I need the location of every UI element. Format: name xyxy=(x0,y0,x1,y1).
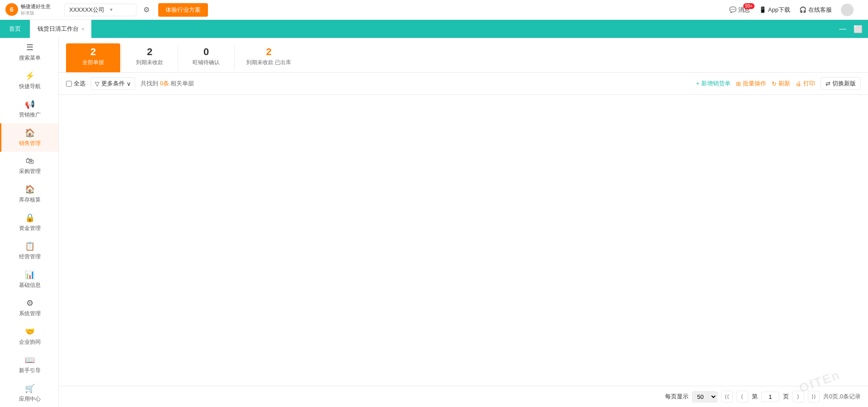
trial-button[interactable]: 体验行业方案 xyxy=(158,3,208,17)
page-label2: 页 xyxy=(783,393,789,401)
system-label: 系统管理 xyxy=(19,310,41,318)
prev-page-button[interactable]: ⟨ xyxy=(736,391,748,402)
sales-label: 销售管理 xyxy=(19,140,41,147)
page-input[interactable]: 1 xyxy=(761,392,779,402)
system-icon: ⚙ xyxy=(26,298,33,308)
minimize-button[interactable]: — xyxy=(837,23,848,35)
refresh-button[interactable]: ↻ 刷新 xyxy=(772,80,790,88)
operations-icon: 📋 xyxy=(25,241,35,251)
sidebar-item-system[interactable]: ⚙ 系统管理 xyxy=(0,294,58,322)
settings-button[interactable]: ⚙ xyxy=(140,4,153,16)
message-badge: 99+ xyxy=(743,3,755,9)
phone-icon: 📱 xyxy=(759,6,766,13)
search-menu-icon: ☰ xyxy=(26,42,33,52)
tab-active[interactable]: 钱货日清工作台 × xyxy=(30,20,91,38)
sidebar-item-sales[interactable]: 🏠 销售管理 xyxy=(0,123,58,152)
batch-icon: ⊞ xyxy=(736,80,741,87)
avatar[interactable] xyxy=(841,4,854,16)
next-page-button[interactable]: ⟩ xyxy=(793,391,804,402)
sidebar-item-search-menu[interactable]: ☰ 搜索菜单 xyxy=(0,38,58,66)
print-label: 打印 xyxy=(803,80,815,88)
batch-operation-button[interactable]: ⊞ 批量操作 xyxy=(736,80,766,88)
refresh-label: 刷新 xyxy=(778,80,790,88)
print-button[interactable]: 🖨 打印 xyxy=(796,80,815,88)
stat-tab-overdue[interactable]: 2 到期未收款 xyxy=(123,43,177,72)
found-prefix: 共找到 xyxy=(141,80,158,87)
pagination-bar: 每页显示 50 100 200 ⟨⟨ ⟨ 第 1 页 ⟩ ⟩⟩ 共0页,0条记录 xyxy=(59,386,868,407)
purchase-label: 采购管理 xyxy=(19,168,41,175)
online-service-button[interactable]: 🎧 在线客服 xyxy=(799,6,832,14)
app-download-label: App下载 xyxy=(768,6,790,14)
base-info-icon: 📊 xyxy=(25,270,35,280)
app-download-button[interactable]: 📱 App下载 xyxy=(759,6,790,14)
select-all-input[interactable] xyxy=(66,81,72,87)
message-button[interactable]: 💬 消息 99+ xyxy=(729,6,750,14)
switch-version-button[interactable]: ⇄ 切换新版 xyxy=(821,77,861,90)
company-dropdown-arrow: ▼ xyxy=(109,7,113,12)
sidebar-item-quick-nav[interactable]: ⚡ 快捷导航 xyxy=(0,66,58,95)
app-center-icon: 🛒 xyxy=(25,384,35,393)
sales-icon: 🏠 xyxy=(25,128,35,138)
stat-count-pending: 0 xyxy=(203,47,209,57)
stat-label-overdue: 到期未收款 xyxy=(136,59,163,66)
stats-bar: 2 全部单据 2 到期未收款 0 旺铺待确认 2 到期未收款 已出库 xyxy=(59,38,868,73)
stat-divider xyxy=(178,45,178,70)
stat-count-all: 2 xyxy=(90,47,96,57)
logo-area: 6 畅捷通好生意 标准版 xyxy=(5,3,64,16)
finance-label: 资金管理 xyxy=(19,225,41,232)
last-page-button[interactable]: ⟩⟩ xyxy=(808,391,820,402)
first-page-button[interactable]: ⟨⟨ xyxy=(721,391,733,402)
tab-close-button[interactable]: × xyxy=(81,26,84,32)
filter-button[interactable]: ▽ 更多条件 ∨ xyxy=(91,77,135,90)
operations-label: 经营管理 xyxy=(19,253,41,261)
sidebar-item-guide[interactable]: 📖 新手引导 xyxy=(0,351,58,379)
enterprise-label: 企业协同 xyxy=(19,338,41,346)
sidebar-item-inventory[interactable]: 🏠 库存核算 xyxy=(0,180,58,208)
gear-icon: ⚙ xyxy=(143,5,150,14)
company-name: XXXXXX公司 xyxy=(69,6,104,14)
content-area: 2 全部单据 2 到期未收款 0 旺铺待确认 2 到期未收款 已出库 全选 ▽ … xyxy=(59,38,868,407)
page-total: 共0页,0条记录 xyxy=(823,393,861,401)
stat-tab-pending[interactable]: 0 旺铺待确认 xyxy=(179,43,233,72)
batch-label: 批量操作 xyxy=(743,80,766,88)
top-header: 6 畅捷通好生意 标准版 XXXXXX公司 ▼ ⚙ 体验行业方案 💬 消息 99… xyxy=(0,0,868,20)
toolbar-right: + 新增销货单 ⊞ 批量操作 ↻ 刷新 🖨 打印 ⇄ 切换新版 xyxy=(696,77,861,90)
stat-tab-overdue-shipped[interactable]: 2 到期未收款 已出库 xyxy=(236,43,302,72)
switch-label: 切换新版 xyxy=(832,80,856,88)
marketing-icon: 📢 xyxy=(25,99,35,109)
app-center-label: 应用中心 xyxy=(19,395,41,403)
select-all-label: 全选 xyxy=(74,80,85,88)
stat-label-all: 全部单据 xyxy=(82,59,104,66)
online-service-label: 在线客服 xyxy=(808,6,832,14)
main-layout: ☰ 搜索菜单 ⚡ 快捷导航 📢 营销推广 🏠 销售管理 🛍 采购管理 🏠 库存核… xyxy=(0,38,868,407)
sidebar-item-app-center[interactable]: 🛒 应用中心 xyxy=(0,379,58,407)
per-page-label: 每页显示 xyxy=(665,393,689,401)
sidebar-item-operations[interactable]: 📋 经营管理 xyxy=(0,237,58,265)
guide-icon: 📖 xyxy=(25,355,35,365)
add-sales-order-button[interactable]: + 新增销货单 xyxy=(696,80,731,88)
logo-badge: 标准版 xyxy=(21,10,51,16)
tab-bar: 首页 钱货日清工作台 × — ⬜ xyxy=(0,20,868,38)
sidebar-item-base-info[interactable]: 📊 基础信息 xyxy=(0,265,58,294)
found-count: 0条 xyxy=(160,80,169,87)
select-all-checkbox[interactable]: 全选 xyxy=(66,80,85,88)
sidebar-item-finance[interactable]: 🔒 资金管理 xyxy=(0,208,58,237)
enterprise-icon: 🤝 xyxy=(25,327,35,337)
sidebar-item-marketing[interactable]: 📢 营销推广 xyxy=(0,95,58,123)
company-selector[interactable]: XXXXXX公司 ▼ xyxy=(64,4,137,16)
sidebar-item-enterprise[interactable]: 🤝 企业协同 xyxy=(0,322,58,351)
logo-text: 畅捷通好生意 xyxy=(21,3,51,9)
maximize-button[interactable]: ⬜ xyxy=(852,23,864,35)
inventory-label: 库存核算 xyxy=(19,196,41,204)
message-icon: 💬 xyxy=(729,6,736,13)
sidebar-item-purchase[interactable]: 🛍 采购管理 xyxy=(0,152,58,180)
purchase-icon: 🛍 xyxy=(26,156,34,166)
stat-tab-all[interactable]: 2 全部单据 xyxy=(66,43,120,72)
table-area xyxy=(59,95,868,386)
tab-home[interactable]: 首页 xyxy=(0,20,30,38)
stat-divider xyxy=(121,45,122,70)
stat-label-pending: 旺铺待确认 xyxy=(193,59,220,66)
quick-nav-label: 快捷导航 xyxy=(19,83,41,90)
per-page-select[interactable]: 50 100 200 xyxy=(692,391,717,402)
search-menu-label: 搜索菜单 xyxy=(19,54,41,62)
